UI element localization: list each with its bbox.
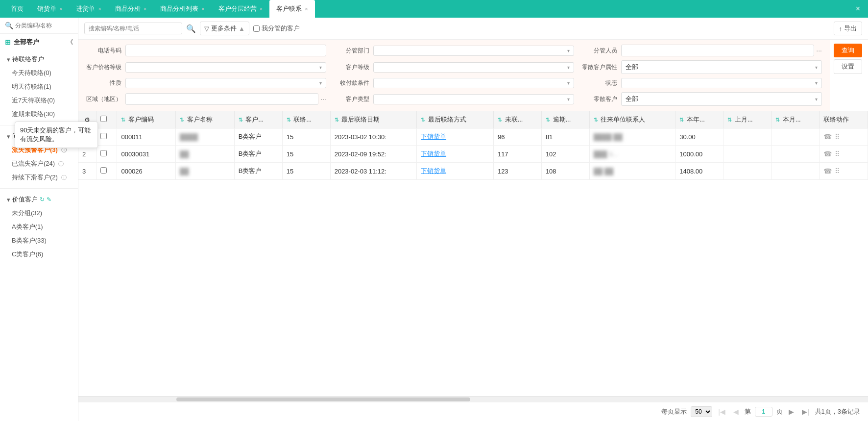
nav-item-home[interactable]: 首页 xyxy=(4,0,30,18)
filter-select-grade[interactable]: ▾ xyxy=(373,62,574,73)
search-button[interactable]: 🔍 xyxy=(186,24,196,33)
per-page-select[interactable]: 50 xyxy=(691,406,712,417)
action-icon-more-1[interactable]: ⠿ xyxy=(835,133,840,141)
action-icon-phone-2[interactable]: ☎ xyxy=(823,150,832,158)
nav-item-sales[interactable]: 销货单 × xyxy=(30,0,69,18)
window-close-button[interactable]: × xyxy=(852,4,864,13)
link-last-method-1[interactable]: 下销货单 xyxy=(421,133,446,140)
select-all-checkbox[interactable] xyxy=(100,116,107,122)
action-icon-more-2[interactable]: ⠿ xyxy=(835,150,840,158)
col-name[interactable]: ⇅ 客户名称 xyxy=(176,111,235,128)
action-icon-more-3[interactable]: ⠿ xyxy=(835,167,840,175)
col-this-month[interactable]: ⇅ 本月... xyxy=(772,111,820,128)
my-customer-checkbox[interactable] xyxy=(253,25,260,32)
filter-select-scatter[interactable]: 全部 ▾ xyxy=(621,92,822,106)
settings-button[interactable]: 设置 xyxy=(834,59,862,74)
nav-item-purchase[interactable]: 进货单 × xyxy=(69,0,108,18)
col-uncontacted[interactable]: ⇅ 未联... xyxy=(493,111,541,128)
close-sales-icon[interactable]: × xyxy=(59,6,62,12)
sort-icon-this-year: ⇅ xyxy=(679,117,684,123)
scrollbar-thumb[interactable] xyxy=(176,397,470,401)
link-last-method-2[interactable]: 下销货单 xyxy=(421,150,446,157)
filter-input-phone[interactable] xyxy=(125,45,326,56)
close-analysis-icon[interactable]: × xyxy=(144,6,146,12)
action-icon-phone-3[interactable]: ☎ xyxy=(823,167,832,175)
col-last-method[interactable]: ⇅ 最后联络方式 xyxy=(417,111,494,128)
filter-select-scatter-attr[interactable]: 全部 ▾ xyxy=(621,60,822,74)
query-button[interactable]: 查询 xyxy=(834,44,862,57)
dots-icon-region[interactable]: ··· xyxy=(320,95,326,103)
link-last-method-3[interactable]: 下销货单 xyxy=(421,167,446,174)
first-page-button[interactable]: |◀ xyxy=(716,407,727,417)
sidebar-group-pending-title[interactable]: ▾ 待联络客户 xyxy=(0,52,78,66)
close-purchase-icon[interactable]: × xyxy=(98,6,101,12)
filter-select-price-grade[interactable]: ▾ xyxy=(125,62,326,73)
sidebar-header[interactable]: ⊞ 全部客户 《 xyxy=(0,34,78,50)
row-checkbox-3[interactable] xyxy=(100,167,107,173)
sidebar-item-class-a[interactable]: A类客户(1) xyxy=(0,220,78,234)
horizontal-scrollbar[interactable] xyxy=(78,396,868,402)
edit-icon[interactable]: ✎ xyxy=(47,196,51,203)
cell-cb-3[interactable] xyxy=(96,163,117,180)
last-page-button[interactable]: ▶| xyxy=(800,407,811,417)
col-unit-contact[interactable]: ⇅ 往来单位联系人 xyxy=(589,111,675,128)
sort-icon-uncontacted: ⇅ xyxy=(498,117,502,123)
sidebar-item-today[interactable]: 今天待联络(0) xyxy=(0,66,78,80)
sidebar-item-overdue[interactable]: 逾期未联络(30) xyxy=(0,107,78,121)
filter-select-dept[interactable]: ▾ xyxy=(373,46,574,56)
filter-input-person[interactable] xyxy=(621,45,814,56)
action-icon-phone-1[interactable]: ☎ xyxy=(823,133,832,141)
nav-item-analysis-list[interactable]: 商品分析列表 × xyxy=(153,0,211,18)
row-checkbox-1[interactable] xyxy=(100,133,107,139)
col-code[interactable]: ⇅ 客户编码 xyxy=(117,111,176,128)
filter-label-payment: 收付款条件 xyxy=(334,79,373,87)
my-customer-checkbox-label[interactable]: 我分管的客户 xyxy=(253,24,300,33)
more-conditions-button[interactable]: ▽ 更多条件 ▲ xyxy=(200,22,249,35)
filter-label-type: 客户类型 xyxy=(334,95,373,103)
close-customer-tier-icon[interactable]: × xyxy=(260,6,263,12)
col-this-year[interactable]: ⇅ 本年... xyxy=(675,111,723,128)
filter-input-region[interactable] xyxy=(125,93,318,105)
filter-select-nature[interactable]: ▾ xyxy=(125,78,326,88)
filter-select-status[interactable]: ▾ xyxy=(621,78,822,88)
sidebar-group-value-title[interactable]: ▾ 价值客户 ↻ ✎ xyxy=(0,193,78,206)
col-last-month[interactable]: ⇅ 上月... xyxy=(723,111,772,128)
sidebar-item-week[interactable]: 近7天待联络(0) xyxy=(0,94,78,107)
sidebar-item-class-b[interactable]: B类客户(33) xyxy=(0,234,78,248)
search-input[interactable] xyxy=(84,23,182,34)
nav-item-customer-contact[interactable]: 客户联系 × xyxy=(269,0,314,18)
sidebar-search-input[interactable] xyxy=(15,22,73,29)
nav-item-customer-tier[interactable]: 客户分层经营 × xyxy=(212,0,269,18)
sidebar-item-declining[interactable]: 持续下滑客户(2) ⓘ xyxy=(0,171,78,184)
filter-select-type[interactable]: ▾ xyxy=(373,94,574,104)
close-analysis-list-icon[interactable]: × xyxy=(201,6,204,12)
sidebar-collapse-icon[interactable]: 《 xyxy=(67,38,73,47)
sidebar-item-churned[interactable]: 已流失客户(24) ⓘ xyxy=(0,157,78,171)
cell-last-method-2[interactable]: 下销货单 xyxy=(417,146,494,163)
row-checkbox-2[interactable] xyxy=(100,150,107,156)
sidebar: 🔍 ⊞ 全部客户 《 ▾ 待联络客户 今天待联络(0) 明天待联络(1) 近7天… xyxy=(0,18,78,421)
col-checkbox[interactable] xyxy=(96,111,117,128)
col-last-date[interactable]: ⇅ 最后联络日期 xyxy=(330,111,416,128)
cell-cb-1[interactable] xyxy=(96,128,117,146)
sidebar-item-ungroup[interactable]: 未分组(32) xyxy=(0,206,78,220)
close-customer-contact-icon[interactable]: × xyxy=(305,6,308,12)
nav-item-analysis[interactable]: 商品分析 × xyxy=(108,0,153,18)
cell-cb-2[interactable] xyxy=(96,146,117,163)
sidebar-item-class-c[interactable]: C类客户(6) xyxy=(0,248,78,261)
col-contacts[interactable]: ⇅ 联络... xyxy=(282,111,330,128)
dots-icon-person[interactable]: ··· xyxy=(816,47,822,54)
sidebar-item-tomorrow[interactable]: 明天待联络(1) xyxy=(0,80,78,94)
page-input[interactable] xyxy=(755,407,772,417)
col-overdue[interactable]: ⇅ 逾期... xyxy=(541,111,589,128)
export-button[interactable]: ↑ 导出 xyxy=(834,22,863,35)
sort-icon-overdue: ⇅ xyxy=(546,117,550,123)
filter-select-payment[interactable]: ▾ xyxy=(373,78,574,88)
refresh-icon[interactable]: ↻ xyxy=(40,196,45,203)
prev-page-button[interactable]: ◀ xyxy=(731,407,741,417)
cell-last-method-3[interactable]: 下销货单 xyxy=(417,163,494,180)
next-page-button[interactable]: ▶ xyxy=(787,407,796,417)
cell-last-method-1[interactable]: 下销货单 xyxy=(417,128,494,146)
col-type[interactable]: ⇅ 客户... xyxy=(234,111,282,128)
sort-icon-code: ⇅ xyxy=(121,117,125,123)
